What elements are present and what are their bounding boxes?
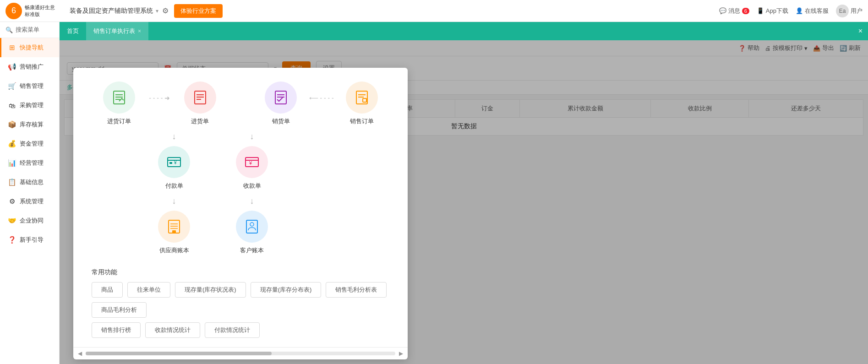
customer-account-circle [236,211,268,243]
flow-arrows-row: ↓ ↓ [92,130,389,141]
search-icon: 🔍 [5,27,13,33]
payment-circle: ¥ [158,146,190,178]
arrow-purchase-order-to-bill: - - - - ➜ [147,94,173,113]
flow-arrows-row2: ↓ ↓ [92,195,389,206]
message-icon: 💬 [719,7,726,14]
flow-row-2: ¥ 付款单 ¥ 收款单 [92,146,389,190]
tab-bar: 首页 销售订单执行表 × × [60,22,868,40]
svg-rect-17 [169,162,172,164]
logo-text: 畅康通好生意 标准版 [25,4,55,17]
top-bar: 6 畅康通好生意 标准版 装备及固定资产辅助管理系统 ▾ ⚙ 体验行业方案 💬 … [0,0,868,22]
sidebar-item-system[interactable]: ⚙ 系统管理 [0,192,59,211]
modal-overlay: 进货订单 - - - - ➜ 进货单 [60,40,868,364]
sidebar: 🔍 搜索菜单 ⊞ 快捷导航 📢 营销推广 🛒 销售管理 🛍 采购管理 📦 [0,22,60,364]
svg-point-28 [250,223,254,226]
flow-node-purchase-order[interactable]: 进货订单 [92,81,147,125]
system-icon: ⚙ [8,197,16,206]
flow-diagram-area: 进货订单 - - - - ➜ 进货单 [73,68,408,268]
common-functions-section: 常用功能 商品 往来单位 现存量(库存状况表) 现存量(库存分布表) 销售毛利分… [73,268,408,347]
sales-bill-circle [265,81,297,114]
arrow-down-purchase: ↓ [147,130,202,141]
scroll-left-button[interactable]: ◀ [78,350,82,357]
scroll-track[interactable] [86,352,395,355]
common-btn-payment-stats[interactable]: 付款情况统计 [205,322,260,338]
sidebar-item-enterprise[interactable]: 🤝 企业协同 [0,211,59,230]
svg-rect-27 [246,220,257,233]
tab-sales-order[interactable]: 销售订单执行表 × [86,22,148,40]
logo-icon: 6 [5,3,22,19]
scroll-area: ◀ ▶ [73,347,408,359]
flow-node-customer-account[interactable]: 客户账本 [224,211,279,255]
sidebar-item-sales[interactable]: 🛒 销售管理 [0,76,59,96]
common-buttons-row2: 销售排行榜 收款情况统计 付款情况统计 [92,322,389,338]
sales-order-circle [346,81,378,114]
svg-text:¥: ¥ [174,160,177,165]
flow-node-supplier-account[interactable]: 供应商账本 [147,211,202,255]
enterprise-icon: 🤝 [8,217,16,225]
common-btn-stock-status[interactable]: 现存量(库存状况表) [175,282,246,298]
main-area: 🔍 搜索菜单 ⊞ 快捷导航 📢 营销推广 🛒 销售管理 🛍 采购管理 📦 [0,22,868,364]
flow-node-receipt[interactable]: ¥ 收款单 [224,146,279,190]
app-wrapper: 6 畅康通好生意 标准版 装备及固定资产辅助管理系统 ▾ ⚙ 体验行业方案 💬 … [0,0,868,364]
operations-icon: 📊 [8,159,16,167]
top-right-actions: 💬 消息 6 📱 App下载 👤 在线客服 Ea 用户 [719,5,863,17]
tab-close-all-icon[interactable]: × [853,27,868,35]
app-title-area: 装备及固定资产辅助管理系统 ▾ ⚙ 体验行业方案 [65,4,719,18]
app-title: 装备及固定资产辅助管理系统 [70,7,153,15]
scroll-thumb [86,352,272,355]
common-btn-product-margin[interactable]: 商品毛利分析 [92,302,147,318]
purchase-icon: 🛍 [8,101,16,109]
common-btn-product[interactable]: 商品 [92,282,123,298]
flow-node-purchase-bill[interactable]: 进货单 [173,81,228,125]
online-service-button[interactable]: 👤 在线客服 [796,7,829,15]
purchase-order-circle [103,81,135,114]
arrow-down-receipt: ↓ [224,195,279,206]
common-functions-title: 常用功能 [92,268,389,277]
common-buttons-row: 商品 往来单位 现存量(库存状况表) 现存量(库存分布表) 销售毛利分析表 商品… [92,282,389,318]
sales-icon: 🛒 [8,82,16,90]
user-menu[interactable]: Ea 用户 [836,5,863,17]
tab-close-icon[interactable]: × [138,28,141,34]
marketing-icon: 📢 [8,63,16,71]
flow-node-sales-order[interactable]: 销售订单 [334,81,389,125]
content-area: 首页 销售订单执行表 × × ❓ 帮助 🖨 按 [60,22,868,364]
sidebar-item-newbie[interactable]: ❓ 新手引导 [0,230,59,250]
logo-area: 6 畅康通好生意 标准版 [5,3,65,19]
sidebar-item-basic-info[interactable]: 📋 基础信息 [0,173,59,192]
common-btn-receipt-stats[interactable]: 收款情况统计 [145,322,200,338]
flow-node-payment[interactable]: ¥ 付款单 [147,146,202,190]
message-button[interactable]: 💬 消息 6 [719,7,749,15]
sidebar-item-inventory[interactable]: 📦 库存核算 [0,115,59,134]
common-btn-sales-margin[interactable]: 销售毛利分析表 [326,282,387,298]
title-dropdown-arrow[interactable]: ▾ [156,8,158,14]
avatar: Ea [836,5,849,17]
flow-modal: 进货订单 - - - - ➜ 进货单 [73,68,408,359]
sidebar-item-finance[interactable]: 💰 资金管理 [0,134,59,153]
quick-nav-icon: ⊞ [8,43,16,52]
sidebar-item-marketing[interactable]: 📢 营销推广 [0,57,59,76]
svg-rect-14 [363,98,366,102]
sidebar-item-quick-nav[interactable]: ⊞ 快捷导航 [0,38,59,57]
sidebar-item-operations[interactable]: 📊 经营管理 [0,153,59,173]
purchase-bill-circle [184,81,216,114]
flow-row-3: 供应商账本 客户账本 [92,211,389,255]
common-btn-supplier[interactable]: 往来单位 [127,282,170,298]
flow-node-sales-bill[interactable]: 销货单 [253,81,308,125]
supplier-account-circle [158,211,190,243]
common-btn-sales-rank[interactable]: 销售排行榜 [92,322,141,338]
search-menu-button[interactable]: 🔍 搜索菜单 [0,22,59,38]
newbie-icon: ❓ [8,236,16,244]
app-download-button[interactable]: 📱 App下载 [757,7,788,15]
message-badge: 6 [742,8,749,14]
arrow-sales-order-to-bill: ⟵ - - - - [308,94,334,113]
common-btn-stock-dist[interactable]: 现存量(库存分布表) [251,282,322,298]
experience-button[interactable]: 体验行业方案 [174,4,223,18]
basic-info-icon: 📋 [8,178,16,186]
main-content: ❓ 帮助 🖨 按模板打印 ▾ 📤 导出 🔄 刷新 [60,40,868,364]
scroll-right-button[interactable]: ▶ [399,350,403,357]
sidebar-item-purchase[interactable]: 🛍 采购管理 [0,96,59,115]
tab-home[interactable]: 首页 [60,22,86,40]
svg-rect-26 [172,230,176,233]
gear-icon[interactable]: ⚙ [162,6,169,15]
download-icon: 📱 [757,7,764,14]
